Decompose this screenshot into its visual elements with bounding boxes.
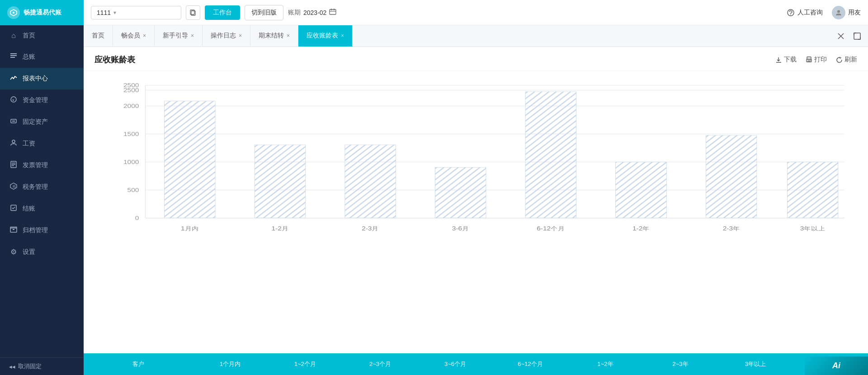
- svg-rect-12: [12, 165, 14, 166]
- th-3-6m: 3~6个月: [418, 360, 493, 368]
- ai-badge[interactable]: Ai: [805, 356, 868, 375]
- sidebar-item-tax[interactable]: 税 税务管理: [0, 176, 84, 198]
- svg-text:1月内: 1月内: [181, 225, 199, 232]
- close-icon[interactable]: ×: [239, 33, 242, 39]
- switch-old-button[interactable]: 切到旧版: [245, 5, 283, 20]
- tab-guide-label: 新手引导: [163, 32, 188, 40]
- sidebar-item-reports[interactable]: 报表中心: [0, 68, 84, 89]
- sidebar-item-invoice[interactable]: 发票管理: [0, 155, 84, 176]
- svg-text:2000: 2000: [123, 103, 139, 109]
- content-header: 应收账龄表 下载 打印 刷新: [84, 47, 868, 71]
- archive-icon: [9, 226, 18, 235]
- company-select[interactable]: 1111 ▾: [91, 6, 181, 19]
- invoice-icon: [9, 161, 18, 170]
- sidebar-item-label: 归档管理: [23, 226, 48, 234]
- th-1-2y: 1~2年: [568, 360, 643, 368]
- tab-home[interactable]: 首页: [84, 25, 113, 47]
- svg-text:2500: 2500: [123, 82, 139, 89]
- svg-rect-62: [616, 162, 666, 218]
- bar-chart-svg: 0 500 1000 1500 2000 2500 2500 1: [94, 75, 857, 243]
- th-2-3m: 2~3个月: [343, 360, 418, 368]
- tab-member[interactable]: 畅会员 ×: [113, 25, 155, 47]
- svg-text:2-3月: 2-3月: [362, 225, 379, 232]
- svg-rect-52: [165, 101, 215, 218]
- user-button[interactable]: 用友: [832, 6, 861, 19]
- tabbar: 首页 畅会员 × 新手引导 × 操作日志 × 期末结转 × 应收账龄表 ×: [84, 25, 868, 47]
- sidebar-item-funds[interactable]: ¥ 资金管理: [0, 89, 84, 111]
- print-button[interactable]: 打印: [806, 56, 827, 64]
- workbench-button[interactable]: 工作台: [205, 5, 240, 20]
- svg-text:3年以上: 3年以上: [800, 225, 826, 232]
- logo-icon: [7, 6, 20, 19]
- svg-rect-3: [10, 57, 15, 58]
- sidebar-item-label: 报表中心: [23, 75, 48, 83]
- refresh-label: 刷新: [844, 56, 857, 64]
- sidebar-item-settings[interactable]: ⚙ 设置: [0, 241, 84, 262]
- copy-button[interactable]: [186, 5, 200, 20]
- home-icon: ⌂: [9, 32, 18, 40]
- close-icon[interactable]: ×: [341, 33, 344, 39]
- download-label: 下载: [784, 56, 797, 64]
- th-1m: 1个月内: [193, 360, 268, 368]
- svg-rect-10: [12, 163, 15, 164]
- refresh-button[interactable]: 刷新: [836, 56, 857, 64]
- tab-oplog[interactable]: 操作日志 ×: [203, 25, 250, 47]
- close-icon[interactable]: ×: [191, 33, 194, 39]
- ledger-icon: [9, 52, 18, 61]
- svg-rect-56: [345, 145, 396, 218]
- svg-point-8: [12, 140, 15, 143]
- cancel-pin-label: 取消固定: [18, 362, 42, 370]
- svg-rect-60: [525, 92, 576, 218]
- table-header: 客户 1个月内 1~2个月 2~3个月 3~6个月 6~12个月 1~2年 2~…: [84, 353, 868, 375]
- svg-text:1500: 1500: [123, 131, 139, 137]
- svg-rect-64: [706, 136, 756, 218]
- reports-icon: [9, 74, 18, 83]
- tab-guide[interactable]: 新手引导 ×: [155, 25, 203, 47]
- consult-button[interactable]: 人工咨询: [787, 9, 823, 17]
- chevron-down-icon: ▾: [113, 9, 116, 16]
- svg-rect-21: [330, 9, 336, 14]
- content-actions: 下载 打印 刷新: [775, 56, 857, 64]
- svg-text:¥: ¥: [12, 98, 14, 102]
- th-3y-plus: 3年以上: [718, 360, 793, 368]
- svg-rect-18: [13, 229, 14, 230]
- period-info: 账期 2023-02: [288, 8, 336, 17]
- svg-rect-1: [10, 53, 17, 54]
- sidebar-item-salary[interactable]: 工资: [0, 133, 84, 155]
- settings-icon: ⚙: [9, 248, 18, 256]
- svg-point-26: [790, 14, 791, 15]
- period-value: 2023-02: [303, 9, 326, 16]
- cancel-pin-button[interactable]: ◂◂ 取消固定: [0, 357, 84, 375]
- tab-ar-aging[interactable]: 应收账龄表 ×: [298, 25, 353, 47]
- topbar-right: 人工咨询 用友: [787, 6, 861, 19]
- download-button[interactable]: 下载: [775, 56, 797, 64]
- sidebar-item-label: 税务管理: [23, 183, 48, 191]
- sidebar-item-home[interactable]: ⌂ 首页: [0, 25, 84, 46]
- sidebar-item-label: 资金管理: [23, 96, 48, 104]
- tab-home-label: 首页: [92, 32, 104, 40]
- content: 应收账龄表 下载 打印 刷新: [84, 47, 868, 375]
- sidebar-item-ledger[interactable]: 总账: [0, 46, 84, 68]
- close-icon[interactable]: ×: [287, 33, 290, 39]
- calendar-icon[interactable]: [329, 8, 336, 17]
- period-label: 账期: [288, 9, 301, 17]
- close-icon[interactable]: ×: [143, 33, 146, 39]
- tabbar-actions: [830, 25, 868, 47]
- close-all-button[interactable]: [835, 30, 847, 42]
- sidebar-nav: ⌂ 首页 总账 报表中心 ¥ 资金管理 固定资产: [0, 25, 84, 357]
- sidebar-item-label: 发票管理: [23, 161, 48, 169]
- svg-rect-11: [12, 164, 15, 165]
- svg-text:0: 0: [135, 215, 139, 221]
- tab-period-end-label: 期末结转: [259, 32, 284, 40]
- maximize-button[interactable]: [851, 30, 863, 42]
- user-label: 用友: [848, 9, 861, 17]
- th-1-2m: 1~2个月: [268, 360, 343, 368]
- sidebar-item-label: 固定资产: [23, 118, 48, 126]
- sidebar-item-archive[interactable]: 归档管理: [0, 220, 84, 241]
- svg-point-0: [13, 12, 14, 14]
- assets-icon: [9, 117, 18, 127]
- sidebar-item-assets[interactable]: 固定资产: [0, 111, 84, 133]
- avatar: [832, 6, 845, 19]
- sidebar-item-checkout[interactable]: 结账: [0, 198, 84, 220]
- tab-period-end[interactable]: 期末结转 ×: [250, 25, 298, 47]
